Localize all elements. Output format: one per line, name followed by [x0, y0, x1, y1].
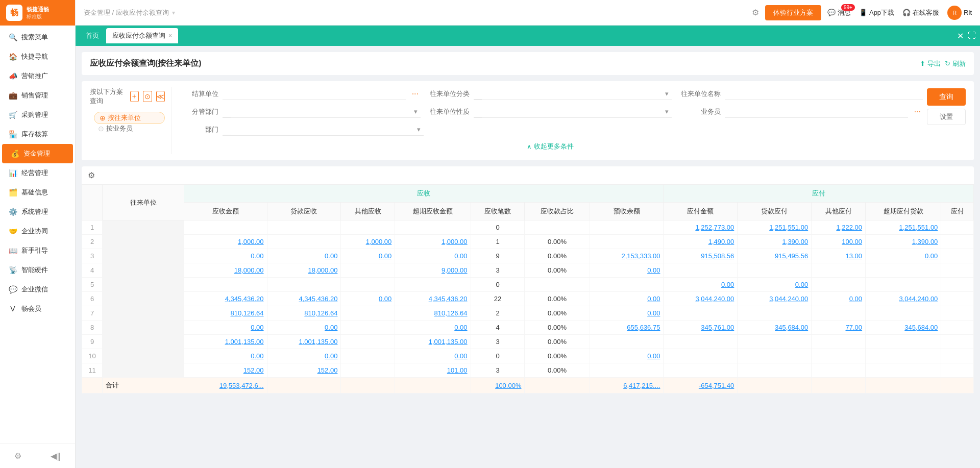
- filter-fields-panel: 结算单位 ··· 往来单位分类: [178, 87, 966, 154]
- table-row: 418,000.0018,000.009,000.0030.00%0.00: [82, 263, 974, 278]
- filter-settings-button[interactable]: 设置: [927, 109, 966, 125]
- query-button[interactable]: 查询: [927, 88, 966, 106]
- filter-fields-area: 结算单位 ··· 往来单位分类: [178, 87, 966, 154]
- logo-text: 畅捷通畅 标准版: [27, 6, 49, 20]
- col-ys-count: 应收笔数: [471, 203, 525, 220]
- scheme-by-salesperson[interactable]: ⊙ 按业务员: [98, 124, 165, 133]
- sidebar-nav: 🔍 搜索菜单 🏠 快捷导航 📣 营销推广 💼 销售管理 🛒 采购管理 🏪 库存核…: [0, 26, 75, 444]
- home-icon: 🏠: [8, 53, 17, 61]
- refresh-button[interactable]: ↻ 刷新: [945, 59, 966, 68]
- collapse-icon: ∧: [527, 143, 532, 151]
- basic-icon: 🗂️: [8, 188, 17, 196]
- sidebar-item-system[interactable]: ⚙️ 系统管理: [0, 202, 75, 221]
- finance-icon: 💰: [10, 150, 19, 158]
- wanglai-nature-select[interactable]: [474, 105, 482, 117]
- jiesuan-unit-ellipsis[interactable]: ···: [410, 89, 421, 98]
- filter-salesperson: 业务员 ···: [680, 106, 923, 118]
- sidebar-item-inventory[interactable]: 🏪 库存核算: [0, 125, 75, 144]
- sidebar-item-shortcut[interactable]: 🏠 快捷导航: [0, 47, 75, 66]
- export-icon: ⬆: [920, 60, 925, 67]
- sidebar-collapse-button[interactable]: ◀‖: [47, 448, 64, 464]
- sidebar-item-basic[interactable]: 🗂️ 基础信息: [0, 183, 75, 202]
- sidebar-item-wechat[interactable]: 💬 企业微信: [0, 280, 75, 299]
- filter-jiesuan-unit: 结算单位 ···: [178, 88, 421, 100]
- jiesuan-unit-input[interactable]: [223, 88, 406, 100]
- salesperson-icon: ⊙: [98, 125, 104, 133]
- filter-row-1: 结算单位 ··· 往来单位分类: [178, 87, 923, 100]
- scheme-by-counterparty[interactable]: ⊕ 按往来单位: [94, 112, 165, 124]
- sidebar-item-hardware[interactable]: 📡 智能硬件: [0, 260, 75, 280]
- collapse-scheme-button[interactable]: ≪: [156, 91, 165, 102]
- filter-scheme-list: ⊕ 按往来单位 ⊙ 按业务员: [94, 112, 165, 133]
- fenguan-dept-select[interactable]: [223, 105, 231, 117]
- salesperson-ellipsis[interactable]: ···: [912, 107, 923, 116]
- tab-fullscreen-button[interactable]: ⛶: [968, 31, 976, 41]
- add-scheme-button[interactable]: ＋: [130, 91, 139, 102]
- total-row: 合计 19,553,472,6... 100.00% 6,417,215....…: [82, 378, 974, 393]
- inventory-icon: 🏪: [8, 130, 17, 138]
- sidebar-item-finance[interactable]: 💰 资金管理: [2, 144, 73, 163]
- tab-close-window-button[interactable]: ✕: [957, 31, 964, 41]
- wanglai-name-input[interactable]: [725, 88, 923, 100]
- col-counterparty: 往来单位: [103, 185, 184, 220]
- tab-close-button[interactable]: ×: [168, 32, 172, 39]
- tab-current[interactable]: 应收应付余额查询 ×: [106, 28, 178, 43]
- tabbar-right: ✕ ⛶: [957, 31, 976, 41]
- hardware-icon: 📡: [8, 266, 17, 274]
- tab-home[interactable]: 首页: [80, 28, 105, 43]
- topbar: 资金管理 / 应收应付余额查询 ▾ ⚙ 体验行业方案 💬 消息 99+ 📱 Ap…: [76, 0, 980, 26]
- sidebar-item-purchase[interactable]: 🛒 采购管理: [0, 105, 75, 125]
- edit-scheme-button[interactable]: ⊙: [143, 91, 152, 102]
- user-profile[interactable]: R Rit: [947, 6, 972, 20]
- col-ys-loan: 贷款应收: [267, 203, 341, 220]
- table-row: 30.000.000.000.0090.00%2,153,333.00915,5…: [82, 249, 974, 263]
- content-area: 应收应付余额查询(按往来单位) ⬆ 导出 ↻ 刷新 按以下方案查询: [76, 46, 980, 468]
- table-row: 100.000.000.0000.00%0.00: [82, 349, 974, 363]
- col-ys-overdue: 超期应收金额: [395, 203, 471, 220]
- dept-select[interactable]: [223, 123, 231, 135]
- sidebar-item-operation[interactable]: 📊 经营管理: [0, 163, 75, 183]
- col-yf-other: 其他应付: [812, 203, 866, 220]
- service-icon: 🎧: [902, 9, 911, 16]
- system-icon: ⚙️: [8, 208, 17, 216]
- sidebar-logo: 畅 畅捷通畅 标准版: [0, 0, 75, 26]
- table-row: 21,000.001,000.001,000.0010.00%1,490.001…: [82, 235, 974, 249]
- sidebar-item-vip[interactable]: V 畅会员: [0, 299, 75, 318]
- sidebar-item-corp[interactable]: 🤝 企业协同: [0, 221, 75, 241]
- col-group-yingshou: 应收: [184, 185, 664, 203]
- filter-row-2: 分管部门 往来单位性质: [178, 105, 923, 118]
- table-row: 101,252,773.001,251,551.001,222.001,251,…: [82, 220, 974, 235]
- sidebar-item-search[interactable]: 🔍 搜索菜单: [0, 28, 75, 47]
- breadcrumb: 资金管理 / 应收应付余额查询 ▾: [84, 8, 746, 17]
- filter-row-3: 部门: [178, 123, 923, 136]
- col-ys-ratio: 应收款占比: [525, 203, 590, 220]
- filter-dept: 部门: [178, 123, 424, 136]
- table-settings-icon[interactable]: ⚙: [88, 170, 95, 180]
- sidebar-settings-button[interactable]: ⚙: [11, 448, 24, 464]
- sidebar-item-guide[interactable]: 📖 新手引导: [0, 241, 75, 260]
- sidebar-item-sales[interactable]: 💼 销售管理: [0, 86, 75, 105]
- purchase-icon: 🛒: [8, 111, 17, 119]
- message-button[interactable]: 💬 消息 99+: [827, 8, 851, 17]
- col-ys-advance: 预收余额: [590, 203, 664, 220]
- topbar-settings-icon[interactable]: ⚙: [752, 8, 759, 17]
- wanglai-category-select[interactable]: [474, 87, 482, 100]
- col-num: [82, 185, 103, 220]
- app-download-button[interactable]: 📱 App下载: [859, 8, 894, 17]
- filter-main-fields: 结算单位 ··· 往来单位分类: [178, 87, 923, 154]
- export-button[interactable]: ⬆ 导出: [920, 59, 941, 68]
- salesperson-input[interactable]: [725, 106, 908, 118]
- collapse-more-btn[interactable]: ∧ 收起更多条件: [178, 139, 923, 154]
- main-area: 资金管理 / 应收应付余额查询 ▾ ⚙ 体验行业方案 💬 消息 99+ 📱 Ap…: [76, 0, 980, 468]
- col-yf-overdue: 超期应付货款: [866, 203, 941, 220]
- table-toolbar: ⚙: [82, 166, 974, 184]
- sales-icon: 💼: [8, 91, 17, 100]
- filter-fenguan-dept: 分管部门: [178, 105, 421, 118]
- guide-icon: 📖: [8, 247, 17, 255]
- promotion-button[interactable]: 体验行业方案: [765, 5, 821, 20]
- online-service-button[interactable]: 🎧 在线客服: [902, 8, 939, 17]
- table-scroll[interactable]: 往来单位 应收 应付 应收金额 贷款应收 其他应收 超期应收金额 应收笔数 应收…: [82, 184, 974, 393]
- sidebar-item-marketing[interactable]: 📣 营销推广: [0, 66, 75, 86]
- refresh-icon: ↻: [945, 60, 950, 67]
- marketing-icon: 📣: [8, 72, 17, 80]
